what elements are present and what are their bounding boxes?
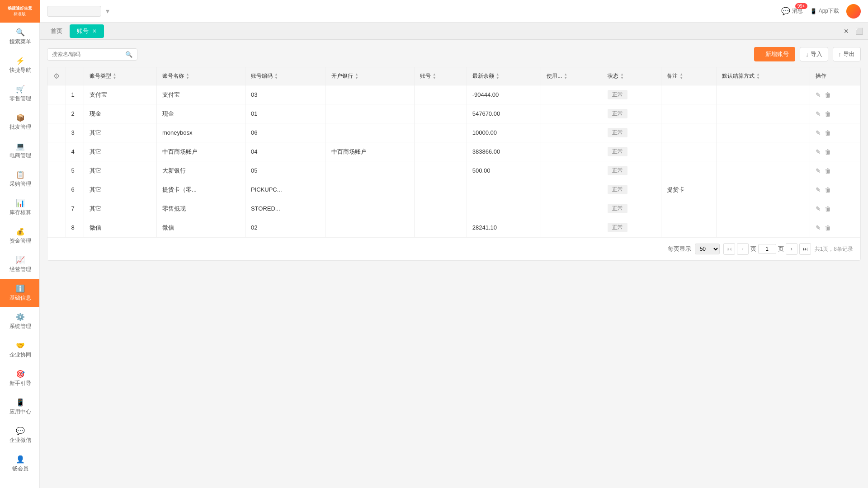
tab-account[interactable]: 账号 ✕ (70, 24, 104, 38)
sort-arrows-open-bank[interactable]: ▲▼ (355, 73, 359, 80)
row-usage (541, 85, 602, 104)
tab-home[interactable]: 首页 (43, 24, 70, 38)
sort-arrows-account[interactable]: ▲▼ (433, 73, 436, 80)
delete-button[interactable]: 🗑 (825, 167, 831, 174)
edit-button[interactable]: ✎ (816, 129, 821, 136)
column-status[interactable]: 状态 ▲▼ (602, 67, 661, 85)
sidebar-item-ops-mgmt[interactable]: 📈 经营管理 (0, 250, 39, 279)
sort-arrows-default-settlement[interactable]: ▲▼ (756, 73, 760, 80)
table-row: 1 支付宝 支付宝 03 -90444.00 正常 ✎ 🗑 (47, 85, 860, 104)
row-account-type: 其它 (84, 123, 157, 142)
delete-button[interactable]: 🗑 (825, 205, 831, 212)
first-page-button[interactable]: ⏮ (723, 243, 735, 255)
sidebar-item-sys-mgmt[interactable]: ⚙️ 系统管理 (0, 307, 39, 336)
sidebar-item-wholesale-mgmt[interactable]: 📦 批发管理 (0, 108, 39, 136)
delete-button[interactable]: 🗑 (825, 129, 831, 136)
sidebar-item-quick-nav[interactable]: ⚡ 快捷导航 (0, 51, 39, 80)
sidebar-item-ecom-mgmt[interactable]: 💻 电商管理 (0, 136, 39, 165)
row-default-settlement (717, 123, 810, 142)
avatar[interactable] (846, 4, 861, 19)
edit-button[interactable]: ✎ (816, 224, 821, 231)
sidebar-item-basic-info[interactable]: ℹ️ 基础信息 (0, 279, 39, 307)
delete-button[interactable]: 🗑 (825, 186, 831, 193)
export-button[interactable]: ↑ 导出 (833, 47, 861, 61)
delete-button[interactable]: 🗑 (825, 91, 831, 99)
row-account (414, 85, 467, 104)
row-open-bank (326, 199, 414, 218)
sort-arrows-account-name[interactable]: ▲▼ (186, 73, 189, 80)
sidebar-item-enterprise-agreement[interactable]: 🤝 企业协同 (0, 336, 39, 364)
delete-button[interactable]: 🗑 (825, 148, 831, 155)
search-input[interactable] (52, 51, 123, 57)
sidebar-item-retail-mgmt[interactable]: 🛒 零售管理 (0, 80, 39, 108)
tab-close-icon[interactable]: ✕ (92, 28, 97, 34)
column-account-code[interactable]: 账号编码 ▲▼ (245, 67, 326, 85)
page-size-dropdown[interactable]: 50 100 200 (695, 244, 720, 254)
sort-arrows-usage[interactable]: ▲▼ (564, 73, 567, 80)
sidebar-item-enterprise-wechat[interactable]: 💬 企业微信 (0, 421, 39, 450)
column-usage[interactable]: 使用... ▲▼ (541, 67, 602, 85)
edit-button[interactable]: ✎ (816, 110, 821, 117)
page-input[interactable] (758, 244, 776, 254)
column-latest-balance[interactable]: 最新余额 ▲▼ (467, 67, 541, 85)
new-guide-icon: 🎯 (1, 370, 39, 378)
row-remark (661, 199, 717, 218)
sidebar-item-inventory[interactable]: 📊 库存核算 (0, 193, 39, 222)
row-actions: ✎ 🗑 (810, 104, 860, 123)
app-download-button[interactable]: 📱 App下载 (810, 7, 839, 15)
row-status: 正常 (602, 218, 661, 237)
column-account-type[interactable]: 账号类型 ▲▼ (84, 67, 157, 85)
sort-arrows-latest-balance[interactable]: ▲▼ (496, 73, 500, 80)
edit-button[interactable]: ✎ (816, 167, 821, 174)
table-row: 8 微信 微信 02 28241.10 正常 ✎ 🗑 (47, 218, 860, 237)
search-icon[interactable]: 🔍 (125, 51, 132, 58)
last-page-button[interactable]: ⏭ (799, 243, 811, 255)
edit-button[interactable]: ✎ (816, 205, 821, 212)
column-remark[interactable]: 备注 ▲▼ (661, 67, 717, 85)
sort-arrows-status[interactable]: ▲▼ (620, 73, 624, 80)
sort-arrows-account-type[interactable]: ▲▼ (113, 73, 117, 80)
edit-button[interactable]: ✎ (816, 91, 821, 99)
header-search-input[interactable] (47, 6, 101, 17)
message-button[interactable]: 💬 消息 99+ (781, 7, 803, 15)
header-dropdown-arrow[interactable]: ▾ (106, 7, 109, 15)
maximize-window-button[interactable]: ⬜ (854, 26, 864, 37)
column-account-name[interactable]: 账号名称 ▲▼ (157, 67, 245, 85)
column-account[interactable]: 账号 ▲▼ (414, 67, 467, 85)
import-button[interactable]: ↓ 导入 (800, 47, 828, 61)
page-size-select[interactable]: 50 100 200 (695, 244, 720, 254)
sidebar-item-search-menu[interactable]: 🔍 搜索菜单 (0, 23, 39, 51)
next-page-button[interactable]: › (786, 243, 797, 255)
edit-button[interactable]: ✎ (816, 148, 821, 155)
sidebar-item-new-guide[interactable]: 🎯 新手引导 (0, 364, 39, 393)
import-label: 导入 (811, 50, 822, 58)
sidebar-item-purchase-mgmt[interactable]: 📋 采购管理 (0, 165, 39, 193)
add-account-button[interactable]: + 新增账号 (754, 47, 795, 61)
sidebar-item-member[interactable]: 👤 畅会员 (0, 450, 39, 478)
row-status: 正常 (602, 161, 661, 180)
sort-arrows-account-code[interactable]: ▲▼ (274, 73, 278, 80)
delete-button[interactable]: 🗑 (825, 110, 831, 117)
delete-button[interactable]: 🗑 (825, 224, 831, 231)
toolbar-right: + 新增账号 ↓ 导入 ↑ 导出 (754, 47, 861, 61)
search-box[interactable]: 🔍 (47, 48, 137, 61)
edit-button[interactable]: ✎ (816, 186, 821, 193)
column-default-settlement[interactable]: 默认结算方式 ▲▼ (717, 67, 810, 85)
close-window-button[interactable]: ✕ (841, 26, 852, 37)
sort-arrows-remark[interactable]: ▲▼ (679, 73, 683, 80)
sidebar-item-label: 应用中心 (9, 408, 31, 415)
column-settings[interactable]: ⚙ (47, 67, 66, 85)
sidebar-item-app-center[interactable]: 📱 应用中心 (0, 393, 39, 421)
column-open-bank[interactable]: 开户银行 ▲▼ (326, 67, 414, 85)
pagination: 每页显示 50 100 200 ⏮ ‹ 页 页 › ⏭ (47, 237, 860, 260)
row-default-settlement (717, 104, 810, 123)
row-latest-balance: 10000.00 (467, 123, 541, 142)
prev-page-button[interactable]: ‹ (737, 243, 749, 255)
export-label: 导出 (843, 50, 855, 58)
import-icon: ↓ (806, 51, 809, 58)
column-account-label: 账号 (420, 72, 431, 80)
sidebar-item-capital-mgmt[interactable]: 💰 资金管理 (0, 222, 39, 250)
gear-icon[interactable]: ⚙ (53, 72, 60, 80)
member-icon: 👤 (1, 455, 39, 464)
row-account (414, 123, 467, 142)
